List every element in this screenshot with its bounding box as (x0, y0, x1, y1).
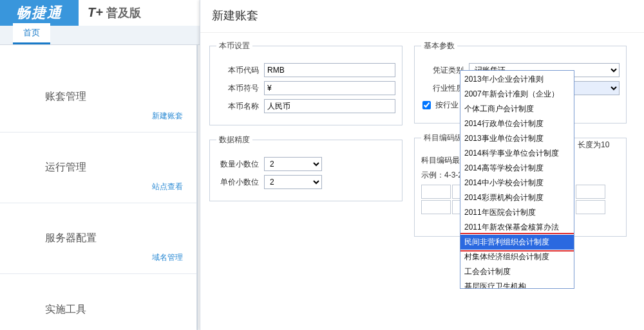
industry-option[interactable]: 2007年新会计准则（企业） (460, 87, 574, 102)
sidebar-item-tools[interactable]: 实施工具 (0, 274, 196, 330)
sidebar-link-site-view[interactable]: 站点查看 (152, 181, 183, 192)
encoding-length-hint: 长度为10 (578, 140, 609, 151)
industry-option[interactable]: 个体工商户会计制度 (460, 102, 574, 116)
currency-name-input[interactable] (264, 99, 395, 113)
sidebar-item-label: 运行管理 (45, 161, 86, 174)
industry-option[interactable]: 基层医疗卫生机构 (460, 279, 574, 289)
qty-decimals-label: 数量小数位 (216, 159, 259, 170)
encoding-cell[interactable] (576, 200, 605, 214)
encoding-cell[interactable] (576, 185, 605, 199)
main-area: 账套管理 新建账套 运行管理 站点查看 服务器配置 域名管理 实施工具 新建账套… (0, 45, 644, 330)
sidebar: 账套管理 新建账套 运行管理 站点查看 服务器配置 域名管理 实施工具 (0, 45, 198, 330)
industry-option[interactable]: 2013事业单位会计制度 (460, 131, 574, 146)
currency-code-input[interactable] (264, 63, 395, 77)
preset-by-industry-label: 按行业 (435, 100, 459, 111)
price-decimals-select[interactable]: 2 (264, 175, 322, 189)
industry-option[interactable]: 2011年医院会计制度 (460, 205, 574, 220)
industry-option[interactable]: 2014行政单位会计制度 (460, 116, 574, 131)
sidebar-item-account[interactable]: 账套管理 新建账套 (0, 62, 196, 133)
encoding-cell[interactable] (421, 200, 451, 214)
brand-logo: 畅捷通 (0, 0, 79, 26)
industry-option[interactable]: 工会会计制度 (460, 264, 574, 279)
industry-option[interactable]: 2014中小学校会计制度 (460, 176, 574, 190)
qty-decimals-select[interactable]: 2 (264, 157, 322, 171)
industry-option[interactable]: 村集体经济组织会计制度 (460, 250, 574, 264)
currency-symbol-label: 本币符号 (216, 83, 259, 94)
sidebar-item-server[interactable]: 服务器配置 域名管理 (0, 203, 196, 274)
industry-label: 行业性质 (421, 83, 464, 94)
currency-fieldset: 本币设置 本币代码 本币符号 本币名称 (209, 41, 402, 125)
sidebar-link-new-account[interactable]: 新建账套 (152, 111, 183, 122)
voucher-type-label: 凭证类别 (421, 65, 464, 76)
precision-fieldset: 数据精度 数量小数位 2 单价小数位 2 (209, 134, 402, 201)
fieldset-legend: 本币设置 (216, 41, 252, 51)
fieldset-legend: 基本参数 (421, 41, 457, 51)
preset-by-industry-checkbox[interactable] (422, 101, 431, 109)
sidebar-link-domain[interactable]: 域名管理 (152, 252, 183, 263)
new-account-dialog: 新建账套 本币设置 本币代码 本币符号 本币名称 (200, 0, 644, 330)
product-label: T+ 普及版 (88, 5, 141, 21)
sidebar-item-label: 账套管理 (45, 90, 86, 104)
industry-option[interactable]: 2013年小企业会计准则 (460, 72, 574, 87)
sidebar-item-runtime[interactable]: 运行管理 站点查看 (0, 133, 196, 203)
dialog-title: 新建账套 (200, 0, 644, 33)
industry-option[interactable]: 2011年新农保基金核算办法 (460, 220, 574, 235)
sidebar-item-label: 服务器配置 (45, 232, 97, 245)
industry-option[interactable]: 2014彩票机构会计制度 (460, 190, 574, 205)
tab-home[interactable]: 首页 (13, 23, 50, 44)
currency-name-label: 本币名称 (216, 101, 259, 112)
currency-code-label: 本币代码 (216, 65, 259, 76)
price-decimals-label: 单价小数位 (216, 177, 259, 188)
industry-option[interactable]: 2014科学事业单位会计制度 (460, 146, 574, 161)
encoding-cell[interactable] (421, 185, 451, 199)
fieldset-legend: 数据精度 (216, 134, 252, 145)
currency-symbol-input[interactable] (264, 81, 395, 95)
industry-option[interactable]: 民间非营利组织会计制度 (460, 235, 574, 250)
sidebar-item-label: 实施工具 (45, 303, 86, 316)
industry-dropdown-list[interactable]: 2013年小企业会计准则2007年新会计准则（企业）个体工商户会计制度2014行… (460, 70, 574, 289)
industry-option[interactable]: 2014高等学校会计制度 (460, 161, 574, 176)
